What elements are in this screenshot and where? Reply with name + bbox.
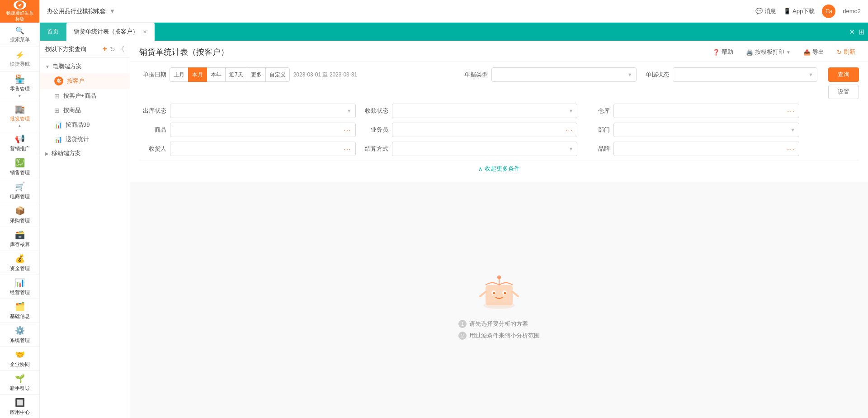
scheme-item-return-stats[interactable]: 📊 退货统计	[40, 132, 130, 147]
maximize-icon[interactable]: ⊞	[859, 28, 864, 36]
refresh-icon: ↻	[837, 49, 842, 56]
setting-button[interactable]: 设置	[828, 85, 859, 99]
by-goods-99-icon: 📊	[54, 121, 62, 128]
sidebar-item-finance[interactable]: 💰 资金管理	[0, 251, 40, 275]
app-download-btn[interactable]: 📱 App下载	[783, 7, 815, 15]
svg-point-6	[504, 292, 506, 294]
query-button[interactable]: 查询	[828, 67, 859, 82]
outbound-status-field: 出库状态 ▼	[139, 104, 356, 118]
sidebar-item-sales[interactable]: 💹 销售管理	[0, 155, 40, 179]
tab-bar: 首页 销货单统计表（按客户） ✕ ✕ ⊞	[40, 23, 868, 41]
sidebar-item-purchase[interactable]: 📦 采购管理	[0, 203, 40, 227]
scheme-group-mobile-title[interactable]: ▶ 移动端方案	[40, 147, 130, 160]
ecommerce-icon: 🛒	[15, 182, 25, 192]
outbound-arrow: ▼	[347, 108, 352, 114]
sidebar-item-newbie[interactable]: 🌱 新手引导	[0, 371, 40, 395]
doc-status-field: 单据状态 ▼	[642, 67, 817, 82]
wholesale-label: 批发管理	[10, 115, 30, 122]
export-btn[interactable]: 📤 导出	[800, 46, 828, 58]
active-scheme-dot: 客	[54, 76, 63, 86]
page-title-actions: ❓ 帮助 🖨️ 按模板打印 ▼ 📤 导出 ↻ 刷新	[709, 46, 859, 58]
logo-icon	[14, 0, 26, 10]
date-shortcut-this-month[interactable]: 本月	[188, 67, 207, 82]
sidebar-item-inventory[interactable]: 🗃️ 库存核算	[0, 227, 40, 251]
dept-input[interactable]: ▼	[613, 123, 799, 137]
refresh-btn[interactable]: ↻ 刷新	[833, 46, 859, 58]
sidebar-item-wholesale[interactable]: 🏬 批发管理 ▲	[0, 101, 40, 131]
staff-field: 业务员 ···	[361, 123, 578, 137]
search-menu-label: 搜索菜单	[10, 36, 30, 43]
scheme-item-by-goods-label: 按商品	[63, 106, 81, 114]
template-print-arrow: ▼	[786, 50, 791, 55]
content-area: 按以下方案查询 + ↻ 《 ▼ 电脑端方案 客 按客户	[40, 41, 868, 418]
collapse-more-btn[interactable]: ∧ 收起更多条件	[478, 165, 520, 173]
sales-label: 销售管理	[10, 169, 30, 176]
sidebar-item-appcenter[interactable]: 🔲 应用中心	[0, 395, 40, 418]
svg-point-5	[493, 292, 495, 294]
sidebar-item-ecommerce[interactable]: 🛒 电商管理	[0, 179, 40, 203]
settle-input[interactable]: ▼	[392, 142, 578, 156]
empty-tip-1-text: 请先选择要分析的方案	[469, 320, 528, 328]
newbie-icon: 🌱	[15, 374, 25, 384]
account-dropdown-icon[interactable]: ▼	[109, 8, 115, 14]
date-shortcut-last-month[interactable]: 上月	[170, 67, 189, 82]
receiver-input[interactable]: ···	[170, 142, 356, 156]
search-menu[interactable]: 🔍 搜索菜单	[0, 23, 40, 47]
minimize-icon[interactable]: ✕	[849, 28, 855, 36]
scheme-item-by-goods-99[interactable]: 📊 按商品99	[40, 118, 130, 132]
close-tab-icon[interactable]: ✕	[143, 29, 147, 35]
template-print-btn[interactable]: 🖨️ 按模板打印 ▼	[742, 46, 794, 58]
scheme-item-by-goods[interactable]: ⊞ 按商品	[40, 103, 130, 118]
filter-row-2: 出库状态 ▼ 收款状态 ▼ 仓库	[139, 104, 859, 118]
tab-home[interactable]: 首页	[40, 23, 66, 41]
outbound-status-input[interactable]: ▼	[170, 104, 356, 118]
system-label: 系统管理	[10, 337, 30, 344]
date-shortcut-this-year[interactable]: 本年	[207, 67, 226, 82]
doc-type-input[interactable]: ▼	[491, 67, 636, 82]
header-account: 办公用品行业模拟账套 ▼	[47, 7, 115, 15]
doc-date-field: 单据日期 上月 本月 本年 近7天 更多 自定义 2023-03-01 至 20…	[139, 67, 455, 82]
sidebar: 畅捷通好生意 标版 🔍 搜索菜单 ⚡ 快捷导航 🏪 零售管理 ▼ 🏬 批发管理 …	[0, 0, 40, 418]
main-area: 办公用品行业模拟账套 ▼ 💬 消息 📱 App下载 Ea demo2 首页 销货…	[40, 0, 868, 418]
scheme-panel-header: 按以下方案查询 + ↻ 《	[40, 41, 130, 58]
wholesale-arrow: ▲	[18, 124, 22, 128]
add-scheme-btn[interactable]: +	[102, 44, 107, 54]
goods-input[interactable]: ···	[170, 123, 356, 137]
warehouse-input[interactable]: ···	[613, 104, 799, 118]
refresh-scheme-btn[interactable]: ↻	[110, 46, 115, 53]
payment-arrow: ▼	[568, 108, 573, 114]
doc-status-input[interactable]: ▼	[673, 67, 817, 82]
scheme-item-by-customer[interactable]: 客 按客户	[40, 73, 130, 89]
tab-sales-stats[interactable]: 销货单统计表（按客户） ✕	[66, 23, 155, 41]
sidebar-item-marketing[interactable]: 📢 营销推广	[0, 131, 40, 155]
staff-input[interactable]: ···	[392, 123, 578, 137]
tab-empty-space	[155, 23, 845, 41]
scheme-item-by-customer-goods-label: 按客户+商品	[63, 92, 96, 100]
doc-type-arrow: ▼	[627, 72, 632, 77]
brand-input[interactable]: ···	[613, 142, 799, 156]
date-shortcut-custom[interactable]: 自定义	[265, 67, 290, 82]
quick-nav[interactable]: ⚡ 快捷导航	[0, 47, 40, 71]
empty-illustration	[472, 260, 526, 314]
outbound-status-label: 出库状态	[139, 107, 166, 115]
filter-area: 单据日期 上月 本月 本年 近7天 更多 自定义 2023-03-01 至 20…	[130, 62, 868, 182]
help-btn[interactable]: ❓ 帮助	[709, 46, 737, 58]
sidebar-item-enterprise[interactable]: 🤝 企业协同	[0, 347, 40, 371]
mobile-group-label: 移动端方案	[52, 149, 81, 157]
sidebar-item-basics[interactable]: 🗂️ 基础信息	[0, 299, 40, 323]
payment-status-input[interactable]: ▼	[392, 104, 578, 118]
date-shortcut-7-days[interactable]: 近7天	[225, 67, 247, 82]
date-shortcut-more[interactable]: 更多	[247, 67, 266, 82]
sidebar-item-operation[interactable]: 📊 经营管理	[0, 275, 40, 299]
user-avatar[interactable]: Ea	[822, 5, 835, 18]
operation-icon: 📊	[15, 278, 25, 288]
collapse-scheme-btn[interactable]: 《	[118, 45, 124, 53]
scheme-group-pc-title[interactable]: ▼ 电脑端方案	[40, 60, 130, 73]
sidebar-item-retail[interactable]: 🏪 零售管理 ▼	[0, 71, 40, 101]
mobile-group-arrow: ▶	[45, 151, 49, 156]
scheme-item-by-customer-goods[interactable]: ⊞ 按客户+商品	[40, 89, 130, 103]
scheme-panel: 按以下方案查询 + ↻ 《 ▼ 电脑端方案 客 按客户	[40, 41, 130, 418]
message-btn[interactable]: 💬 消息	[755, 7, 776, 15]
newbie-label: 新手引导	[10, 385, 30, 392]
sidebar-item-system[interactable]: ⚙️ 系统管理	[0, 323, 40, 347]
